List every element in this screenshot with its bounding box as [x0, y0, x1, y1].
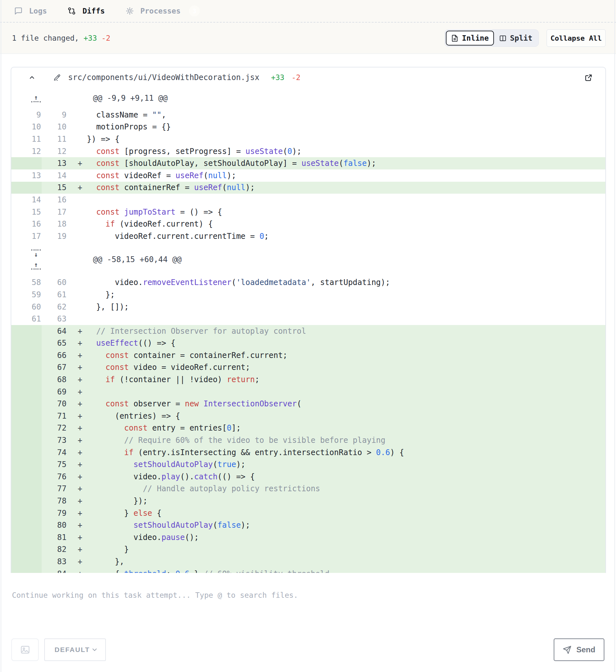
diff-summary-bar: 1 file changed, +33 -2 Inline Split Coll… — [0, 23, 616, 54]
code-text: (entries) => { — [82, 412, 605, 421]
old-line-number — [11, 361, 42, 374]
code-text: setShouldAutoPlay(true); — [82, 460, 605, 469]
code-text: const observer = new IntersectionObserve… — [82, 399, 605, 408]
new-line-number: 10 — [42, 121, 67, 133]
new-line-number: 84 — [42, 568, 67, 573]
expand-up-icon[interactable]: ↑ — [31, 94, 41, 102]
old-line-number: 58 — [11, 277, 42, 289]
diff-line-row: 73+ // Require 60% of the video to be vi… — [11, 434, 605, 446]
diff-panel[interactable]: src/components/ui/VideoWithDecoration.js… — [0, 54, 616, 573]
diff-line-row: 1618 if (videoRef.current) { — [11, 218, 605, 230]
new-line-number: 83 — [42, 555, 67, 568]
profile-select-value: DEFAULT — [55, 646, 90, 654]
new-line-number: 76 — [42, 471, 67, 483]
file-text-icon — [451, 35, 458, 42]
line-marker: + — [67, 569, 82, 573]
line-marker: + — [67, 339, 82, 348]
old-line-number: 11 — [11, 133, 42, 145]
old-line-number — [11, 422, 42, 434]
open-external-icon[interactable] — [584, 73, 593, 82]
line-marker: + — [67, 496, 82, 505]
old-line-number — [11, 386, 42, 398]
composer-input[interactable]: Continue working on this task attempt...… — [12, 591, 298, 599]
diff-line-row: 83+ }, — [11, 555, 605, 568]
old-line-number — [11, 373, 42, 386]
new-line-number: 69 — [42, 386, 67, 398]
code-text: // Intersection Observer for autoplay co… — [82, 327, 605, 336]
collapse-all-button[interactable]: Collapse All — [547, 29, 606, 47]
old-line-number — [11, 544, 42, 556]
send-plane-icon — [563, 646, 571, 654]
line-marker: + — [67, 327, 82, 336]
new-line-number: 9 — [42, 109, 67, 121]
old-line-number: 15 — [11, 206, 42, 218]
diff-line-row: 70+ const observer = new IntersectionObs… — [11, 398, 605, 410]
diff-line-row: 81+ video.pause(); — [11, 531, 605, 544]
send-button[interactable]: Send — [554, 638, 604, 661]
line-marker: + — [67, 423, 82, 433]
diff-line-row: 82+ } — [11, 544, 605, 556]
code-text: if (videoRef.current) { — [82, 219, 605, 229]
inline-view-button[interactable]: Inline — [446, 31, 494, 46]
right-scrollbar-track[interactable] — [614, 0, 615, 672]
line-marker: + — [67, 387, 82, 396]
expand-up-icon[interactable]: ↑ — [31, 261, 41, 270]
code-text: const [shouldAutoPlay, setShouldAutoPlay… — [82, 159, 605, 168]
old-line-number — [11, 410, 42, 422]
diff-line-row: 66+ const container = containerRef.curre… — [11, 349, 605, 361]
split-view-button[interactable]: Split — [494, 31, 538, 46]
line-marker: + — [67, 436, 82, 445]
new-line-number: 66 — [42, 349, 67, 361]
new-line-number: 74 — [42, 446, 67, 459]
diff-line-row: 99 className = "", — [11, 109, 605, 121]
diff-line-row: 1212 const [progress, setProgress] = use… — [11, 145, 605, 158]
code-text: motionProps = {} — [82, 122, 605, 131]
new-line-number: 64 — [42, 325, 67, 337]
tab-processes[interactable]: Processes 3 — [126, 5, 200, 16]
code-text: const entry = entries[0]; — [82, 423, 605, 433]
file-diff-header: src/components/ui/VideoWithDecoration.js… — [11, 67, 605, 87]
tab-logs[interactable]: Logs — [14, 7, 47, 15]
line-marker: + — [67, 557, 82, 566]
old-line-number — [11, 325, 42, 337]
collapse-file-chevron-icon[interactable] — [28, 74, 36, 81]
code-text: }, []); — [82, 302, 605, 311]
old-line-number — [11, 434, 42, 446]
old-line-number — [11, 507, 42, 519]
line-marker: + — [67, 159, 82, 168]
diff-body: ↑@@ -9,9 +9,11 @@99 className = "",1010 … — [11, 87, 605, 573]
code-text: video.pause(); — [82, 533, 605, 542]
code-text: } — [82, 545, 605, 554]
view-mode-toggle: Inline Split — [445, 29, 539, 47]
profile-select[interactable]: DEFAULT — [44, 638, 106, 661]
diff-line-row: 6163 — [11, 313, 605, 325]
diff-line-row: 1010 motionProps = {} — [11, 121, 605, 133]
new-line-number: 11 — [42, 133, 67, 145]
line-marker: + — [67, 412, 82, 421]
diff-line-row: 1416 — [11, 194, 605, 206]
tab-diffs[interactable]: Diffs — [67, 7, 105, 15]
image-icon — [20, 645, 30, 655]
inline-label: Inline — [462, 34, 489, 42]
line-marker: + — [67, 183, 82, 192]
split-label: Split — [510, 34, 532, 42]
expand-down-icon[interactable]: ↓ — [31, 249, 41, 258]
diff-line-row: 72+ const entry = entries[0]; — [11, 422, 605, 434]
line-marker: + — [67, 484, 82, 493]
line-marker: + — [67, 363, 82, 372]
tab-processes-label: Processes — [140, 7, 181, 15]
hunk-header-row: ↓↑@@ -58,15 +60,44 @@ — [11, 242, 605, 277]
line-marker: + — [67, 351, 82, 360]
new-line-number: 18 — [42, 218, 67, 230]
line-marker: + — [67, 509, 82, 518]
file-path[interactable]: src/components/ui/VideoWithDecoration.js… — [68, 73, 259, 82]
attach-image-button[interactable] — [11, 638, 39, 661]
old-line-number — [11, 337, 42, 350]
code-text: if (!container || !video) return; — [82, 375, 605, 384]
new-line-number: 60 — [42, 277, 67, 289]
new-line-number: 71 — [42, 410, 67, 422]
diff-line-row: 5860 video.removeEventListener('loadedme… — [11, 277, 605, 289]
diff-line-row: 1517 const jumpToStart = () => { — [11, 206, 605, 218]
old-line-number: 17 — [11, 230, 42, 242]
new-line-number: 19 — [42, 230, 67, 242]
